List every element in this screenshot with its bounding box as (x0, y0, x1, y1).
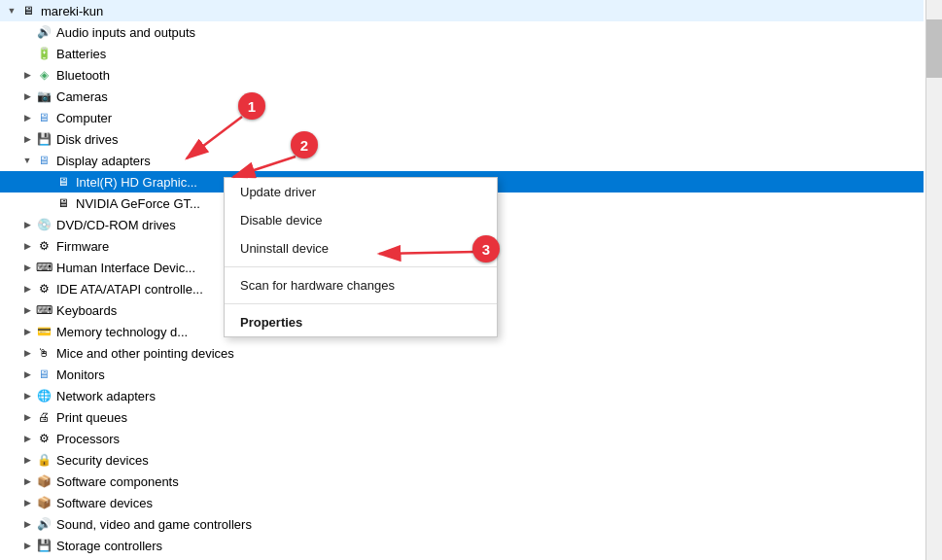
network-icon: 🌐 (35, 388, 52, 403)
softwaredevices-icon: 📦 (35, 495, 52, 510)
softwarecomponents-expand[interactable] (19, 473, 35, 489)
diskdrives-icon: 💾 (35, 131, 52, 147)
dvd-expand[interactable] (19, 217, 35, 232)
context-menu-uninstall-device[interactable]: Uninstall device (225, 234, 497, 262)
tree-item-cameras[interactable]: 📷 Cameras (0, 86, 924, 107)
memory-expand[interactable] (19, 324, 35, 339)
displayadapters-expand[interactable] (19, 153, 35, 168)
context-menu-scan-hardware[interactable]: Scan for hardware changes (225, 271, 497, 299)
bluetooth-icon: ◈ (35, 67, 52, 83)
hid-expand[interactable] (19, 260, 35, 275)
intel-label: Intel(R) HD Graphic... (76, 175, 197, 190)
processors-expand[interactable] (19, 431, 35, 446)
nvidia-label: NVIDIA GeForce GT... (76, 196, 200, 211)
annotation-3: 3 (472, 235, 500, 262)
monitors-icon: 🖥 (35, 367, 52, 382)
softwaredevices-label: Software devices (56, 496, 153, 510)
computer-expand[interactable] (19, 110, 35, 125)
security-label: Security devices (56, 453, 149, 468)
bluetooth-label: Bluetooth (56, 68, 110, 83)
diskdrives-expand[interactable] (19, 131, 35, 147)
print-label: Print queues (56, 410, 127, 425)
computer-label: Computer (56, 111, 112, 125)
displayadapters-icon: 🖥 (35, 153, 52, 168)
storage-icon: 💾 (35, 538, 52, 553)
batteries-label: Batteries (56, 47, 106, 61)
cameras-label: Cameras (56, 89, 108, 104)
tree-root[interactable]: 🖥 mareki-kun (0, 0, 924, 21)
tree-item-softwaredevices[interactable]: 📦 Software devices (0, 492, 924, 513)
network-expand[interactable] (19, 388, 35, 403)
annotation-1: 1 (238, 92, 265, 120)
audio-icon: 🔊 (35, 24, 52, 40)
monitors-expand[interactable] (19, 367, 35, 382)
security-expand[interactable] (19, 452, 35, 468)
hid-icon: ⌨ (35, 260, 52, 275)
context-menu-disable-device[interactable]: Disable device (225, 206, 497, 234)
batteries-icon: 🔋 (35, 46, 52, 61)
firmware-expand[interactable] (19, 238, 35, 254)
softwarecomponents-icon: 📦 (35, 473, 52, 489)
computer-icon: 🖥 (35, 110, 52, 125)
ide-label: IDE ATA/ATAPI controlle... (56, 282, 203, 297)
audio-label: Audio inputs and outputs (56, 25, 195, 40)
tree-item-security[interactable]: 🔒 Security devices (0, 449, 924, 471)
mice-expand[interactable] (19, 345, 35, 361)
context-menu-update-driver[interactable]: Update driver (225, 178, 497, 206)
tree-panel: 🖥 mareki-kun 🔊 Audio inputs and outputs … (0, 0, 924, 560)
bluetooth-expand[interactable] (19, 67, 35, 83)
cameras-icon: 📷 (35, 88, 52, 104)
tree-item-network[interactable]: 🌐 Network adapters (0, 385, 924, 406)
displayadapters-label: Display adapters (56, 154, 151, 168)
keyboards-icon: ⌨ (35, 302, 52, 318)
processors-icon: ⚙ (35, 431, 52, 446)
context-menu-separator-1 (225, 266, 497, 267)
storage-label: Storage controllers (56, 539, 162, 553)
processors-label: Processors (56, 432, 120, 446)
root-icon: 🖥 (19, 3, 37, 18)
root-expand-arrow[interactable] (4, 3, 19, 18)
ide-expand[interactable] (19, 281, 35, 297)
firmware-icon: ⚙ (35, 238, 52, 254)
cameras-expand[interactable] (19, 88, 35, 104)
softwaredevices-expand[interactable] (19, 495, 35, 510)
mice-icon: 🖱 (35, 345, 52, 361)
context-menu: Update driver Disable device Uninstall d… (224, 177, 498, 337)
tree-item-sound[interactable]: 🔊 Sound, video and game controllers (0, 513, 924, 535)
context-menu-separator-2 (225, 303, 497, 304)
tree-item-storage[interactable]: 💾 Storage controllers (0, 535, 924, 556)
memory-icon: 💳 (35, 324, 52, 339)
root-label: mareki-kun (41, 4, 103, 18)
print-icon: 🖨 (35, 409, 52, 425)
tree-item-audio[interactable]: 🔊 Audio inputs and outputs (0, 21, 924, 43)
keyboards-expand[interactable] (19, 302, 35, 318)
tree-item-processors[interactable]: ⚙ Processors (0, 428, 924, 449)
sound-expand[interactable] (19, 516, 35, 532)
dvd-label: DVD/CD-ROM drives (56, 218, 176, 232)
intel-icon: 🖥 (54, 174, 72, 190)
scrollbar[interactable] (925, 0, 942, 560)
keyboards-label: Keyboards (56, 303, 117, 318)
print-expand[interactable] (19, 409, 35, 425)
scrollbar-thumb[interactable] (926, 19, 942, 78)
diskdrives-label: Disk drives (56, 132, 119, 147)
hid-label: Human Interface Devic... (56, 261, 195, 275)
tree-item-bluetooth[interactable]: ◈ Bluetooth (0, 64, 924, 86)
tree-item-diskdrives[interactable]: 💾 Disk drives (0, 128, 924, 150)
mice-label: Mice and other pointing devices (56, 346, 234, 361)
tree-item-monitors[interactable]: 🖥 Monitors (0, 364, 924, 385)
tree-item-mice[interactable]: 🖱 Mice and other pointing devices (0, 342, 924, 364)
device-manager-window: 🖥 mareki-kun 🔊 Audio inputs and outputs … (0, 0, 942, 560)
network-label: Network adapters (56, 389, 156, 403)
tree-item-computer[interactable]: 🖥 Computer (0, 107, 924, 128)
tree-item-batteries[interactable]: 🔋 Batteries (0, 43, 924, 64)
tree-item-print[interactable]: 🖨 Print queues (0, 406, 924, 428)
context-menu-properties[interactable]: Properties (225, 308, 497, 336)
nvidia-icon: 🖥 (54, 195, 72, 211)
storage-expand[interactable] (19, 538, 35, 553)
monitors-label: Monitors (56, 368, 105, 382)
softwarecomponents-label: Software components (56, 474, 179, 489)
sound-label: Sound, video and game controllers (56, 517, 252, 532)
tree-item-softwarecomponents[interactable]: 📦 Software components (0, 471, 924, 492)
tree-item-displayadapters[interactable]: 🖥 Display adapters (0, 150, 924, 171)
